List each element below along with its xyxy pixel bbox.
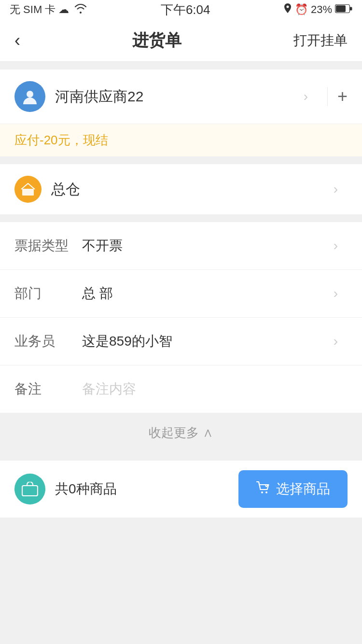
remark-row[interactable]: 备注 备注内容: [0, 365, 362, 413]
warehouse-row[interactable]: 总仓 ›: [0, 164, 362, 214]
status-right: ⏰ 23%: [283, 3, 352, 16]
supplier-name: 河南供应商22: [55, 87, 304, 107]
warehouse-name: 总仓: [51, 180, 334, 199]
warehouse-icon: [14, 176, 42, 203]
svg-point-7: [261, 491, 263, 493]
alarm-icon: ⏰: [295, 3, 308, 16]
section-gap-1: [0, 62, 362, 70]
invoice-chevron-icon: ›: [334, 238, 338, 253]
supplier-card: 河南供应商22 › + 应付-20元，现结: [0, 70, 362, 156]
department-label: 部门: [14, 284, 72, 303]
select-btn-label: 选择商品: [276, 480, 330, 498]
nav-bar: ‹ 进货单 打开挂单: [0, 19, 362, 62]
svg-rect-3: [336, 5, 346, 12]
bottom-bar: 共0种商品 选择商品: [0, 461, 362, 518]
status-time: 下午6:04: [161, 1, 210, 18]
remark-input[interactable]: 备注内容: [82, 380, 348, 398]
svg-rect-2: [349, 7, 352, 11]
collapse-button[interactable]: 收起更多 ∧: [0, 413, 362, 453]
notice-text: 应付-20元，现结: [14, 133, 108, 147]
staff-chevron-icon: ›: [334, 334, 338, 349]
select-product-button[interactable]: 选择商品: [238, 470, 348, 508]
svg-point-4: [27, 91, 33, 98]
supplier-divider: [327, 87, 328, 106]
battery-percent: 23%: [311, 3, 332, 16]
invoice-value: 不开票: [82, 237, 334, 255]
product-count: 共0种商品: [55, 480, 229, 498]
supplier-row[interactable]: 河南供应商22 › +: [0, 70, 362, 124]
page-title: 进货单: [132, 29, 181, 52]
cart-icon: [256, 481, 271, 498]
supplier-chevron-icon: ›: [304, 89, 308, 104]
invoice-row[interactable]: 票据类型 不开票 ›: [0, 222, 362, 270]
location-icon: [283, 3, 292, 16]
open-pending-button[interactable]: 打开挂单: [293, 31, 348, 50]
status-bar: 无 SIM 卡 ☁ 下午6:04 ⏰ 23%: [0, 0, 362, 19]
battery-icon: [335, 3, 352, 16]
add-supplier-button[interactable]: +: [337, 86, 348, 107]
section-gap-3: [0, 214, 362, 222]
back-button[interactable]: ‹: [14, 30, 20, 51]
status-left: 无 SIM 卡 ☁: [10, 2, 87, 17]
form-card: 票据类型 不开票 › 部门 总 部 › 业务员 这是859的小智 › 备注 备注…: [0, 222, 362, 413]
staff-value: 这是859的小智: [82, 332, 334, 350]
svg-point-0: [286, 6, 289, 8]
department-chevron-icon: ›: [334, 286, 338, 301]
product-icon: [14, 474, 45, 504]
warehouse-card: 总仓 ›: [0, 164, 362, 214]
department-value: 总 部: [82, 284, 334, 303]
notice-bar: 应付-20元，现结: [0, 124, 362, 156]
staff-label: 业务员: [14, 332, 72, 350]
svg-rect-5: [22, 189, 34, 196]
svg-rect-6: [22, 486, 38, 496]
supplier-avatar: [14, 81, 45, 112]
warehouse-chevron-icon: ›: [334, 182, 338, 197]
sim-label: 无 SIM 卡 ☁: [10, 2, 69, 17]
section-gap-2: [0, 156, 362, 164]
svg-point-8: [265, 491, 267, 493]
invoice-label: 票据类型: [14, 237, 72, 255]
remark-label: 备注: [14, 380, 72, 398]
staff-row[interactable]: 业务员 这是859的小智 ›: [0, 318, 362, 365]
department-row[interactable]: 部门 总 部 ›: [0, 270, 362, 318]
wifi-icon: [74, 3, 87, 16]
